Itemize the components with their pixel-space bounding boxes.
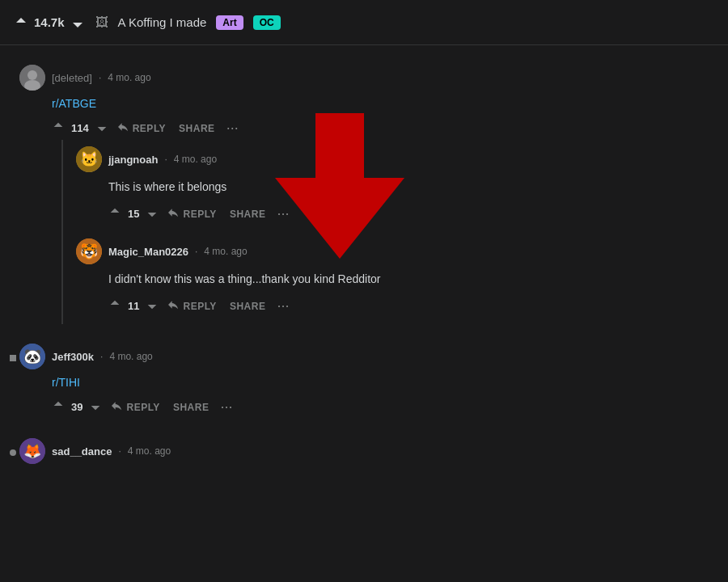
username: jjangnoah: [108, 154, 158, 166]
comment-timestamp: 4 mo. ago: [174, 154, 217, 165]
comment-header: [deleted] · 4 mo. ago: [19, 65, 715, 91]
svg-text:🐼: 🐼: [23, 348, 42, 365]
comment-body: I didn't know this was a thing...thank y…: [76, 271, 709, 288]
username: [deleted]: [52, 72, 92, 84]
reply-button[interactable]: Reply: [112, 117, 171, 139]
comment-actions: 15 Reply Share ···: [76, 202, 709, 226]
timestamp: ·: [195, 246, 197, 257]
comment-body: This is where it belongs: [76, 179, 709, 196]
svg-text:🐱: 🐱: [80, 150, 99, 168]
reply-icon: [110, 399, 123, 415]
upvote-icon[interactable]: [52, 120, 65, 136]
tag-art[interactable]: Art: [216, 15, 243, 30]
reply-button[interactable]: Reply: [105, 396, 164, 418]
comment-header: 🦊 sad__dance · 4 mo. ago: [19, 438, 715, 464]
comment-timestamp: 4 mo. ago: [204, 246, 247, 257]
comments-area: [deleted] · 4 mo. ago r/ATBGE 114 Reply …: [0, 45, 728, 582]
svg-text:🐯: 🐯: [80, 242, 99, 260]
comment-block: 🦊 sad__dance · 4 mo. ago: [0, 432, 728, 477]
reply-icon: [116, 120, 129, 136]
downvote-icon[interactable]: [70, 15, 86, 31]
vote-count: 15: [128, 208, 139, 220]
svg-point-1: [28, 70, 37, 80]
avatar: 🐱: [76, 146, 102, 172]
share-button[interactable]: Share: [225, 205, 271, 223]
downvote-icon[interactable]: [95, 120, 108, 136]
comment-actions: 11 Reply Share ···: [76, 294, 709, 318]
comment-text: I didn't know this was a thing...thank y…: [108, 271, 709, 288]
nested-comment: 🐯 Magic_Man0226 · 4 mo. ago I didn't kno…: [63, 232, 715, 324]
comment-actions: 114 Reply Share ···: [19, 116, 715, 140]
timestamp: ·: [100, 351, 103, 362]
downvote-icon[interactable]: [89, 399, 102, 415]
comment-header: 🐯 Magic_Man0226 · 4 mo. ago: [76, 238, 709, 264]
more-options-button[interactable]: ···: [223, 116, 242, 140]
comment-header: 🐱 jjangnoah · 4 mo. ago: [76, 146, 709, 172]
comment-header: 🐼 Jeff300k · 4 mo. ago: [19, 344, 715, 369]
svg-text:🦊: 🦊: [23, 442, 42, 460]
upvote-icon[interactable]: [13, 15, 29, 31]
avatar: 🐼: [19, 344, 45, 369]
timestamp: ·: [99, 72, 101, 83]
more-options-button[interactable]: ···: [273, 294, 292, 318]
downvote-icon[interactable]: [146, 298, 159, 314]
image-icon: 🖼: [95, 15, 108, 30]
reply-icon: [167, 298, 180, 314]
avatar: 🦊: [19, 438, 45, 464]
comment-actions: 39 Reply Share ···: [19, 395, 715, 419]
post-vote-count: 14.7k: [34, 15, 65, 29]
subreddit-link[interactable]: r/TIHI: [52, 376, 80, 389]
comment-text: This is where it belongs: [108, 179, 709, 196]
comment-timestamp: 4 mo. ago: [128, 445, 171, 457]
comment-block: 🐼 Jeff300k · 4 mo. ago r/TIHI 39 Reply: [0, 337, 728, 425]
username: Jeff300k: [52, 351, 94, 363]
comment-timestamp: 4 mo. ago: [109, 351, 152, 362]
post-vote-controls[interactable]: 14.7k: [13, 15, 86, 31]
vote-count: 114: [71, 122, 89, 134]
avatar: 🐯: [76, 238, 102, 264]
nested-comment: 🐱 jjangnoah · 4 mo. ago This is where it…: [63, 140, 715, 232]
upvote-icon[interactable]: [108, 206, 121, 221]
username: Magic_Man0226: [108, 246, 188, 258]
comment-timestamp: 4 mo. ago: [108, 72, 150, 83]
timestamp: ·: [164, 154, 167, 165]
reply-button[interactable]: Reply: [162, 203, 221, 225]
vote-count: 39: [71, 401, 83, 413]
share-button[interactable]: Share: [225, 297, 271, 315]
upvote-icon[interactable]: [52, 399, 65, 415]
comment-body: r/TIHI: [19, 376, 715, 389]
more-options-button[interactable]: ···: [273, 202, 292, 226]
reply-icon: [167, 206, 180, 221]
nested-comments: 🐱 jjangnoah · 4 mo. ago This is where it…: [61, 140, 715, 324]
username: sad__dance: [52, 445, 112, 458]
share-button[interactable]: Share: [168, 399, 214, 416]
post-title: A Koffing I made: [118, 15, 207, 29]
avatar: [19, 65, 45, 91]
upvote-icon[interactable]: [108, 298, 121, 314]
vote-count: 11: [128, 300, 139, 312]
comment-block: [deleted] · 4 mo. ago r/ATBGE 114 Reply …: [0, 58, 728, 331]
timestamp: ·: [118, 445, 121, 457]
downvote-icon[interactable]: [146, 206, 159, 221]
more-options-button[interactable]: ···: [217, 395, 235, 419]
top-bar: 14.7k 🖼 A Koffing I made Art OC: [0, 0, 728, 45]
tag-oc[interactable]: OC: [253, 15, 281, 30]
reply-button[interactable]: Reply: [162, 295, 221, 317]
subreddit-link[interactable]: r/ATBGE: [52, 97, 96, 110]
comment-body: r/ATBGE: [19, 97, 715, 110]
share-button[interactable]: Share: [174, 120, 220, 137]
